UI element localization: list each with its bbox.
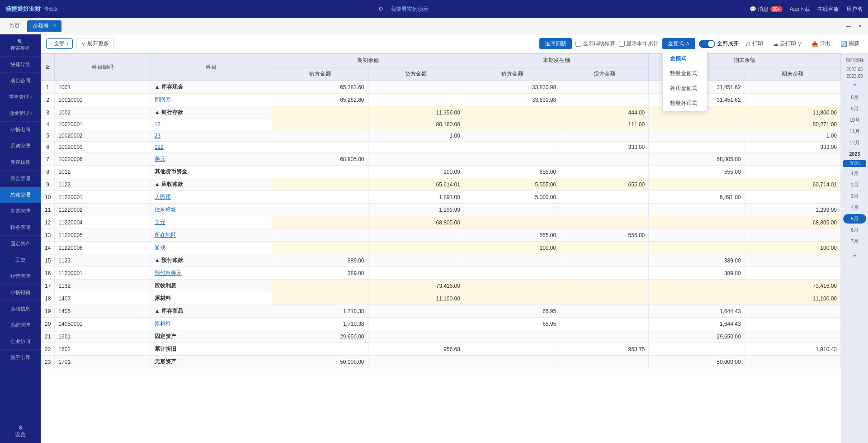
table-row[interactable]: 3 1002 ▲ 银行存款 11,356.00 444.00 11,800.00	[41, 106, 841, 119]
sidebar-item-retail[interactable]: 零售管理 ›	[0, 89, 41, 105]
month-feb[interactable]: 2月	[843, 180, 866, 190]
row-name[interactable]: 回回回	[151, 94, 272, 106]
sidebar-item-expense[interactable]: 小畅报销	[0, 285, 41, 301]
table-row[interactable]: 22 1602 累计折旧 956.68 953.75 1,910.43	[41, 343, 841, 356]
settings-column-header[interactable]: ⚙	[41, 54, 55, 81]
row-name[interactable]: 应收利息	[151, 280, 272, 292]
refresh-button[interactable]: 🔄 刷新	[837, 38, 863, 49]
table-row[interactable]: 9 1122 ▲ 应收账款 65,614.01 5,555.00 655.00 …	[41, 178, 841, 191]
show-aux-input[interactable]	[576, 41, 581, 47]
sidebar-item-fixed-assets[interactable]: 固定资产	[0, 236, 41, 252]
sidebar-item-search[interactable]: 🔍搜索菜单	[0, 34, 41, 57]
month-nov[interactable]: 11月	[843, 127, 866, 136]
table-row[interactable]: 8 1012 其他货币资金 100.00 655.00 555.00	[41, 166, 841, 178]
table-row[interactable]: 23 1701 无形资产 50,000.00 50,000.00	[41, 356, 841, 368]
row-name[interactable]: 12	[151, 119, 272, 130]
sidebar-item-guide[interactable]: 新手引导	[0, 350, 41, 366]
sidebar-item-ledger[interactable]: 总账管理	[0, 187, 41, 203]
row-name[interactable]: 固定资产	[151, 330, 272, 343]
table-row[interactable]: 11 11220002 往来标签 1,299.99 1,299.99	[41, 204, 841, 216]
table-row[interactable]: 18 1403 原材料 11,100.00 11,100.00	[41, 292, 841, 305]
month-apr[interactable]: 4月	[843, 203, 866, 212]
sidebar-item-invoice[interactable]: 发票管理	[0, 203, 41, 219]
window-minimize-button[interactable]: —	[843, 22, 854, 30]
table-row[interactable]: 14 11220006 游戏 100.00 100.00	[41, 242, 841, 254]
row-name[interactable]: 122	[151, 142, 272, 153]
row-name[interactable]: 游戏	[151, 242, 272, 254]
dropdown-item-qty-foreign[interactable]: 数量外币式	[663, 96, 707, 111]
table-row[interactable]: 6 10020003 122 333.00 333.00	[41, 142, 841, 153]
table-row[interactable]: 12 11220004 美元 68,805.00 68,805.00	[41, 216, 841, 229]
table-row[interactable]: 13 11220005 所在地区 555.00 555.00	[41, 229, 841, 242]
row-name[interactable]: 预付款美元	[151, 267, 272, 280]
row-name[interactable]: 所在地区	[151, 229, 272, 242]
table-row[interactable]: 10 11220001 人民币 1,891.00 5,000.00 6,891.…	[41, 191, 841, 204]
month-aug[interactable]: 8月	[843, 93, 866, 102]
sidebar-item-system[interactable]: 系统管理	[0, 317, 41, 333]
sidebar-item-ecommerce[interactable]: 小畅电商	[0, 122, 41, 138]
scroll-up-icon[interactable]: ⌃	[852, 82, 858, 91]
row-name[interactable]: 美元	[151, 216, 272, 229]
search-forward-icon[interactable]: ›	[66, 40, 69, 48]
show-year-total-checkbox[interactable]: 显示本年累计	[619, 40, 659, 48]
amount-style-button[interactable]: 金额式 ∧	[662, 38, 695, 49]
sidebar-item-project[interactable]: 项目合同	[0, 73, 41, 89]
table-row[interactable]: 20 14050001 原材料 1,710.38 65.95 1,644.43	[41, 318, 841, 330]
month-may[interactable]: 5月	[843, 214, 866, 224]
table-row[interactable]: 21 1601 固定资产 29,650.00 29,650.00	[41, 330, 841, 343]
sidebar-item-wholesale[interactable]: 批发管理 ›	[0, 105, 41, 122]
search-back-icon[interactable]: ‹	[50, 41, 52, 47]
sidebar-item-tax[interactable]: 税务管理	[0, 219, 41, 236]
month-oct[interactable]: 10月	[843, 115, 866, 125]
tab-close-button[interactable]: ×	[53, 23, 56, 29]
row-name[interactable]: 原材料	[151, 318, 272, 330]
sidebar-item-operations[interactable]: 经营管理	[0, 268, 41, 285]
row-name[interactable]: 累计折旧	[151, 343, 272, 356]
sidebar-item-funds[interactable]: 资金管理	[0, 171, 41, 187]
table-row[interactable]: 19 1405 ▲ 库存商品 1,710.38 65.95 1,644.43	[41, 305, 841, 318]
sidebar-item-payroll[interactable]: 工资	[0, 252, 41, 268]
online-service-link[interactable]: 在线客服	[817, 5, 839, 13]
row-name[interactable]: ▲ 库存商品	[151, 305, 272, 318]
toggle-all-switch[interactable]	[699, 40, 715, 48]
tab-home[interactable]: 首页	[4, 20, 25, 32]
table-row[interactable]: 5 10020002 23 1.00 1.00	[41, 130, 841, 142]
sidebar-item-purchase[interactable]: 采购管理	[0, 138, 41, 154]
expand-more-button[interactable]: ∨ 展开更多	[76, 38, 114, 49]
month-sep[interactable]: 9月	[843, 104, 866, 114]
month-jan[interactable]: 1月	[843, 169, 866, 178]
table-row[interactable]: 1 1001 ▲ 库存现金 65,282.60 33,830.98 31,451…	[41, 81, 841, 94]
app-download-link[interactable]: App下载	[790, 5, 810, 13]
table-row[interactable]: 15 1123 ▲ 预付账款 389.00 389.00	[41, 254, 841, 267]
settings-icon[interactable]: ⚙	[378, 6, 383, 12]
row-name[interactable]: ▲ 银行存款	[151, 106, 272, 119]
table-row[interactable]: 2 10010001 回回回 65,282.60 33,830.98 31,45…	[41, 94, 841, 106]
month-jul[interactable]: 7月	[843, 237, 866, 246]
show-year-input[interactable]	[619, 41, 625, 47]
print-button[interactable]: 🖨 打印	[742, 38, 766, 49]
window-close-button[interactable]: ×	[856, 22, 864, 30]
row-name[interactable]: 无形资产	[151, 356, 272, 368]
username-label[interactable]: 用户名	[846, 5, 863, 13]
row-name[interactable]: 23	[151, 130, 272, 142]
demo-link[interactable]: 我要看实例演示	[391, 5, 429, 13]
export-button[interactable]: 📤 导出	[808, 38, 834, 49]
row-name[interactable]: 往来标签	[151, 204, 272, 216]
row-name[interactable]: 原材料	[151, 292, 272, 305]
show-aux-checkbox[interactable]: 显示辅助核算	[576, 40, 615, 48]
sidebar-settings[interactable]: ⚙设置	[0, 420, 41, 443]
dropdown-item-amount[interactable]: 金额式	[663, 51, 707, 66]
row-name[interactable]: 人民币	[151, 191, 272, 204]
table-row[interactable]: 4 10020001 12 80,160.00 111.00 80,271.00	[41, 119, 841, 130]
table-row[interactable]: 7 10020006 美元 68,805.00 68,805.00	[41, 153, 841, 166]
month-jun[interactable]: 6月	[843, 225, 866, 235]
return-old-version-button[interactable]: 退回旧版	[539, 38, 572, 49]
dropdown-item-foreign-amount[interactable]: 外币金额式	[663, 81, 707, 96]
row-name[interactable]: 美元	[151, 153, 272, 166]
row-name[interactable]: 其他货币资金	[151, 166, 272, 178]
row-name[interactable]: ▲ 库存现金	[151, 81, 272, 94]
message-icon[interactable]: 💬 消息 99+	[750, 5, 783, 13]
sidebar-item-basic[interactable]: 基础信息	[0, 301, 41, 317]
sidebar-item-collab[interactable]: 企业协同	[0, 333, 41, 350]
sidebar-item-inventory[interactable]: 库存核算	[0, 154, 41, 171]
